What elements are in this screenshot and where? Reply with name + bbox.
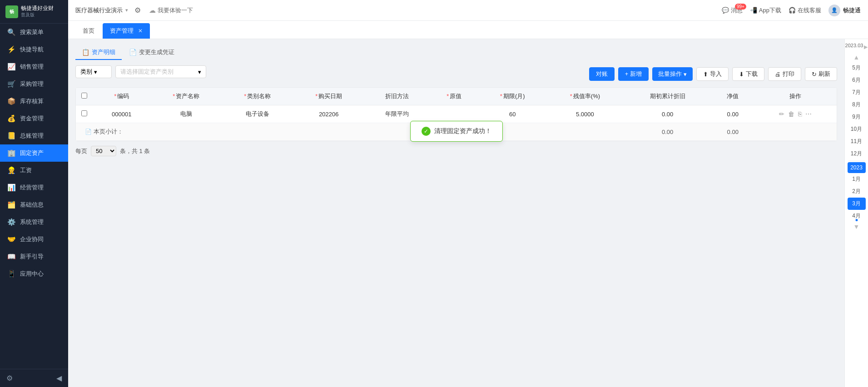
delete-icon[interactable]: 🗑 [788, 110, 794, 118]
settings-bottom-icon[interactable]: ⚙ [6, 374, 13, 382]
th-net-value: 净值 [711, 88, 754, 105]
sidebar-label-quicknav: 快捷导航 [20, 45, 44, 54]
sidebar-label-sales: 销售管理 [20, 63, 44, 71]
sidebar-item-guide[interactable]: 📖 新手引导 [0, 248, 68, 265]
calendar-month-12[interactable]: 12月 [848, 148, 866, 160]
company-name: 医疗器械行业演示 [75, 6, 123, 15]
sidebar-item-wages[interactable]: 👷 工资 [0, 162, 68, 179]
app-name: 畅捷通好业财 [21, 5, 54, 12]
th-ops: 操作 [754, 88, 837, 105]
category-select[interactable]: 请选择固定资产类别 ▾ [115, 65, 206, 78]
toolbar-right: 对账 + 新增 批量操作 ▾ ⬆ 导入 ⬇ 下载 [589, 67, 837, 81]
calendar-month-11[interactable]: 11月 [848, 135, 866, 148]
calendar-month-1[interactable]: 1月 [848, 173, 866, 185]
cloud-icon: ☁ [149, 6, 156, 15]
calendar-month-2[interactable]: 2月 [848, 185, 866, 198]
cell-residual-rate: 5.0000 [546, 105, 624, 123]
calendar-month-10[interactable]: 10月 [848, 123, 866, 135]
category-placeholder: 请选择固定资产类别 [120, 68, 196, 76]
th-original-value: *原值 [430, 88, 479, 105]
copy-icon[interactable]: ⎘ [798, 110, 802, 118]
sidebar-scroll: 🔍 搜索菜单 ⚡ 快捷导航 📈 销售管理 🛒 采购管理 📦 库存核算 💰 资金管… [0, 24, 68, 369]
calendar-scroll-up[interactable]: ▲ [853, 53, 861, 62]
sidebar-label-search: 搜索菜单 [20, 28, 44, 36]
calendar-month-5[interactable]: 5月 [848, 62, 866, 74]
refresh-button[interactable]: ↻ 刷新 [805, 67, 837, 81]
company-selector[interactable]: 医疗器械行业演示 ▾ [75, 6, 128, 15]
download-button[interactable]: ⬇ 下载 [732, 67, 764, 81]
export-button[interactable]: ⬆ 导入 [696, 67, 729, 81]
detail-tab-icon: 📋 [82, 49, 89, 56]
sidebar-item-fixed[interactable]: 🏢 固定资产 [0, 144, 68, 162]
batch-button[interactable]: 批量操作 ▾ [652, 67, 693, 81]
select-all-checkbox[interactable] [81, 93, 87, 99]
new-button[interactable]: + 新增 [618, 67, 649, 81]
user-menu[interactable]: 👤 畅捷通 [828, 5, 861, 16]
sidebar-item-apps[interactable]: 📱 应用中心 [0, 265, 68, 283]
calendar-month-9[interactable]: 9月 [848, 111, 866, 123]
sidebar-label-basic: 基础信息 [20, 201, 44, 209]
sidebar-item-purchase[interactable]: 🛒 采购管理 [0, 75, 68, 93]
calendar-month-7[interactable]: 7月 [848, 86, 866, 99]
tab-home-label: 首页 [83, 27, 94, 34]
cell-net-value: 0.00 [711, 105, 754, 123]
category-filter[interactable]: 类别 ▾ [75, 65, 112, 78]
sidebar-item-ops[interactable]: 📊 经营管理 [0, 179, 68, 196]
download-icon: 📲 [750, 7, 757, 14]
sidebar-item-funds[interactable]: 💰 资金管理 [0, 110, 68, 127]
reconcile-button[interactable]: 对账 [589, 67, 615, 81]
user-name: 畅捷通 [843, 6, 861, 15]
table-header-row: *编码 *资产名称 *类别名称 *购买日期 折旧方法 *原值 *期限(月) *残… [76, 88, 837, 105]
sidebar-item-inventory[interactable]: 📦 库存核算 [0, 93, 68, 110]
book-icon: 📖 [7, 253, 15, 261]
experience-btn[interactable]: ☁ 我要体验一下 [149, 6, 193, 15]
sidebar-item-basic[interactable]: 🗂️ 基础信息 [0, 196, 68, 213]
box-icon: 📦 [7, 97, 15, 105]
calendar-month-3[interactable]: 3月 [848, 198, 866, 210]
online-service-label: 在线客服 [798, 6, 821, 15]
row-checkbox[interactable] [81, 110, 87, 116]
tab-asset[interactable]: 资产管理 ✕ [103, 23, 150, 39]
sub-tab-detail[interactable]: 📋 资产明细 [75, 45, 122, 60]
avatar: 👤 [828, 5, 840, 16]
subtotal-label: 本页小计： [94, 128, 123, 136]
print-button[interactable]: 🖨 打印 [768, 67, 801, 81]
more-icon[interactable]: ⋯ [805, 110, 812, 118]
expand-icon[interactable]: ▶ [864, 44, 868, 50]
calendar-month-4[interactable]: 4月 [848, 210, 866, 222]
calendar-month-8[interactable]: 8月 [848, 99, 866, 111]
th-accumulated: 期初累计折旧 [624, 88, 711, 105]
collapse-sidebar-icon[interactable]: ◀ [56, 374, 62, 382]
online-service-btn[interactable]: 🎧 在线客服 [789, 6, 821, 15]
sidebar-item-ledger[interactable]: 📒 总账管理 [0, 127, 68, 144]
worker-icon: 👷 [7, 166, 15, 174]
lightning-icon: ⚡ [7, 45, 15, 54]
calendar-month-6[interactable]: 6月 [848, 74, 866, 86]
sidebar-label-guide: 新手引导 [20, 253, 44, 261]
topbar-settings-icon[interactable]: ⚙ [134, 6, 141, 15]
message-badge: 99+ [735, 4, 746, 10]
sub-tab-voucher-label: 变更生成凭证 [139, 48, 174, 56]
tab-close-icon[interactable]: ✕ [138, 28, 143, 34]
calendar-header: 2023.03 [845, 43, 863, 48]
per-page-select[interactable]: 50 10 20 100 [91, 146, 116, 156]
th-depreciation: 折旧方法 [364, 88, 430, 105]
sub-tab-voucher[interactable]: 📄 变更生成凭证 [123, 45, 181, 60]
tab-home[interactable]: 首页 [75, 23, 102, 39]
message-btn[interactable]: 💬 消息 99+ [722, 6, 743, 15]
calendar-scroll-down[interactable]: ▼ [853, 222, 861, 231]
sidebar-item-quicknav[interactable]: ⚡ 快捷导航 [0, 41, 68, 58]
calendar-year-2023[interactable]: 2023 [848, 162, 866, 173]
th-code: *编码 [93, 88, 150, 105]
sidebar-item-collab[interactable]: 🤝 企业协同 [0, 231, 68, 248]
sidebar-item-system[interactable]: ⚙️ 系统管理 [0, 213, 68, 231]
sidebar-item-search[interactable]: 🔍 搜索菜单 [0, 24, 68, 41]
service-icon: 🎧 [789, 7, 796, 14]
topbar-right: 💬 消息 99+ 📲 App下载 🎧 在线客服 👤 畅捷通 [722, 5, 861, 16]
edit-icon[interactable]: ✏ [779, 110, 784, 118]
app-download-btn[interactable]: 📲 App下载 [750, 6, 781, 15]
export-label: 导入 [710, 70, 722, 78]
sidebar-item-sales[interactable]: 📈 销售管理 [0, 58, 68, 75]
pagination: 每页 50 10 20 100 条，共 1 条 [75, 141, 837, 156]
sidebar-label-apps: 应用中心 [20, 270, 44, 278]
